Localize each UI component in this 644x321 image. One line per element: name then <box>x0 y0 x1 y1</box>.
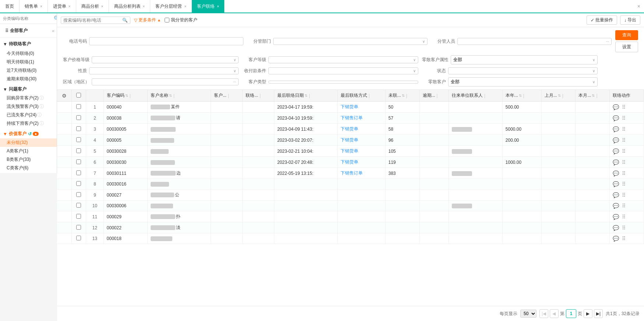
last-page-btn[interactable]: ▶| <box>594 309 603 318</box>
type-resize-handle[interactable]: | <box>227 93 230 98</box>
sidebar-collapse-btn[interactable]: « <box>52 28 54 33</box>
sidebar-class-a[interactable]: A类客户(1) <box>0 147 57 155</box>
tab-product-analysis-list-close[interactable]: × <box>143 4 145 8</box>
retail-customer-select[interactable]: 全部 ∨ <box>448 77 598 87</box>
sidebar-class-c[interactable]: C类客户(6) <box>0 164 57 172</box>
sidebar-week-pending[interactable]: 近7天待联络(0) <box>0 66 57 75</box>
date-sort-icon[interactable]: ⇅ <box>305 94 307 98</box>
col-header-gear[interactable]: ⚙ <box>57 90 71 102</box>
nature-select[interactable]: ∨ <box>89 67 239 74</box>
gear-icon[interactable]: ⚙ <box>62 93 67 99</box>
row-last-method-link[interactable]: 下销售订单 <box>341 170 363 176</box>
row-checkbox[interactable] <box>76 115 81 120</box>
row-checkbox[interactable] <box>76 236 81 240</box>
action-more-icon[interactable]: ⠿ <box>622 203 626 209</box>
filter-search-icon[interactable]: 🔍 <box>122 18 128 23</box>
action-contact-icon[interactable]: 💬 <box>613 115 619 121</box>
status-select[interactable]: ∨ <box>448 67 598 74</box>
lastmonth-sort-icon[interactable]: ⇅ <box>558 94 561 98</box>
action-contact-icon[interactable]: 💬 <box>613 148 619 154</box>
row-checkbox[interactable] <box>76 225 81 230</box>
action-contact-icon[interactable]: 💬 <box>613 203 619 209</box>
action-more-icon[interactable]: ⠿ <box>622 115 626 121</box>
sidebar-overdue-pending[interactable]: 逾期未联络(30) <box>0 75 57 83</box>
my-customers-checkbox[interactable] <box>165 18 169 22</box>
row-checkbox[interactable] <box>76 126 81 131</box>
row-last-method-link[interactable]: 下销售订单 <box>341 115 363 120</box>
payment-select[interactable]: ∨ <box>268 67 418 74</box>
action-contact-icon[interactable]: 💬 <box>613 236 619 241</box>
thismonth-sort-icon[interactable]: ⇅ <box>592 94 595 98</box>
region-select[interactable]: ··· <box>92 78 239 85</box>
tab-customer-tier[interactable]: 客户分层经营 × <box>150 0 192 13</box>
name-resize-handle[interactable]: | <box>173 93 175 98</box>
row-checkbox[interactable] <box>76 159 81 164</box>
sidebar-repurchase-abnormal[interactable]: 回购异常客户(2) ⓘ <box>0 94 57 102</box>
row-checkbox[interactable] <box>76 104 81 109</box>
tab-home[interactable]: 首页 <box>0 0 20 13</box>
action-contact-icon[interactable]: 💬 <box>613 225 619 231</box>
row-last-method-link[interactable]: 下销货单 <box>341 104 358 109</box>
row-checkbox[interactable] <box>76 203 81 208</box>
method-resize-handle[interactable]: | <box>368 93 370 98</box>
sidebar-declining[interactable]: 持续下滑客户(2) ⓘ <box>0 119 57 128</box>
reset-btn[interactable]: 设置 <box>615 42 638 52</box>
phone-input[interactable] <box>89 37 243 45</box>
row-checkbox[interactable] <box>76 148 81 153</box>
value-customers-header[interactable]: ▼ 价值客户 ↺ ● <box>0 129 57 138</box>
code-sort-icon[interactable]: ⇅ <box>125 94 128 98</box>
sidebar-today-pending[interactable]: 今天待联络(0) <box>0 49 57 58</box>
action-contact-icon[interactable]: 💬 <box>613 192 619 198</box>
tab-purchase[interactable]: 进货单 × <box>48 0 76 13</box>
action-more-icon[interactable]: ⠿ <box>622 126 626 132</box>
page-size-select[interactable]: 50 <box>520 310 536 318</box>
price-level-select[interactable]: ∨ <box>92 56 239 63</box>
all-customers-item[interactable]: ⠿ 全部客户 <box>2 25 31 36</box>
row-checkbox[interactable] <box>76 137 81 142</box>
row-checkbox[interactable] <box>76 181 81 186</box>
issue-customers-header[interactable]: ▼ 问题客户 <box>0 85 57 94</box>
retail-attr-select[interactable]: 全部 ∨ <box>451 55 598 64</box>
thisyear-resize-handle[interactable]: | <box>522 93 525 98</box>
first-page-btn[interactable]: |◀ <box>539 309 548 318</box>
prev-page-btn[interactable]: ◀ <box>550 309 559 318</box>
row-last-method-link[interactable]: 下销货单 <box>341 148 358 154</box>
tab-product-analysis[interactable]: 商品分析 × <box>76 0 109 13</box>
export-btn[interactable]: ↓ 导出 <box>620 15 640 25</box>
action-more-icon[interactable]: ⠿ <box>622 192 626 198</box>
sidebar-class-b[interactable]: B类客户(33) <box>0 155 57 164</box>
action-more-icon[interactable]: ⠿ <box>622 214 626 220</box>
overdue-resize-handle[interactable]: | <box>436 93 439 98</box>
action-contact-icon[interactable]: 💬 <box>613 214 619 220</box>
customer-type-select[interactable] <box>268 81 418 84</box>
tab-customer-contact-close[interactable]: × <box>217 4 219 8</box>
date-resize-handle[interactable]: | <box>308 93 311 98</box>
action-contact-icon[interactable]: 💬 <box>613 181 619 187</box>
dept-select[interactable]: ∨ <box>273 38 427 45</box>
action-contact-icon[interactable]: 💬 <box>613 137 619 143</box>
action-contact-icon[interactable]: 💬 <box>613 126 619 132</box>
action-contact-icon[interactable]: 💬 <box>613 159 619 165</box>
nocontact-resize-handle[interactable]: | <box>405 93 408 98</box>
tab-customer-contact[interactable]: 客户联络 × <box>192 0 225 13</box>
next-page-btn[interactable]: ▶ <box>584 309 592 318</box>
row-last-method-link[interactable]: 下销货单 <box>341 137 358 142</box>
batch-operations-btn[interactable]: ✓ 批量操作 <box>587 15 617 25</box>
filter-more-btn[interactable]: ▽ 更多条件 ▲ <box>134 17 161 23</box>
action-more-icon[interactable]: ⠿ <box>622 104 626 110</box>
action-more-icon[interactable]: ⠿ <box>622 181 626 187</box>
row-last-method-link[interactable]: 下销货单 <box>341 159 358 165</box>
name-sort-icon[interactable]: ⇅ <box>169 94 172 98</box>
tab-sales-close[interactable]: × <box>40 4 42 8</box>
thisyear-sort-icon[interactable]: ⇅ <box>519 94 522 98</box>
select-all-checkbox[interactable] <box>76 93 81 98</box>
action-more-icon[interactable]: ⠿ <box>622 225 626 231</box>
contact-resize-handle[interactable]: | <box>259 93 261 98</box>
sidebar-ungrouped[interactable]: 未分组(32) <box>0 138 57 147</box>
action-more-icon[interactable]: ⠿ <box>622 236 626 241</box>
sidebar-search-input[interactable] <box>3 16 54 21</box>
row-checkbox[interactable] <box>76 214 81 219</box>
thismonth-resize-handle[interactable]: | <box>595 93 598 98</box>
code-resize-handle[interactable]: | <box>129 93 131 98</box>
tab-product-analysis-list[interactable]: 商品分析列表 × <box>109 0 151 13</box>
